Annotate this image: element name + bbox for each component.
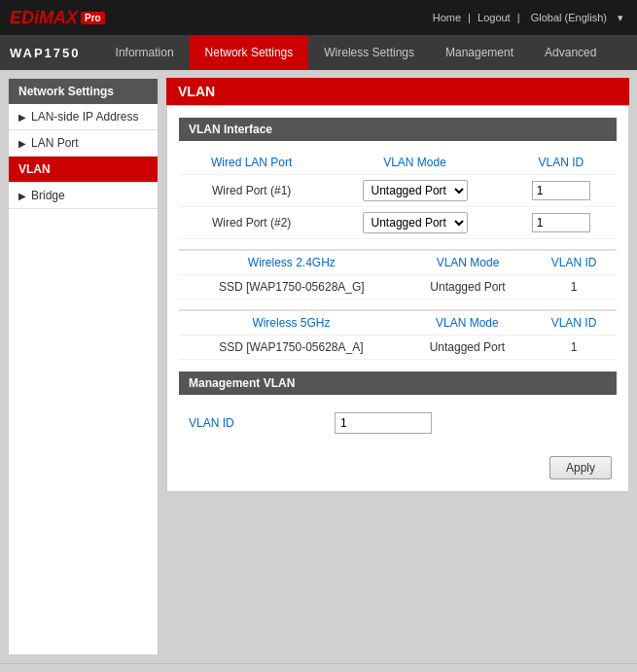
- table-row: SSD [WAP1750-05628A_G] Untagged Port 1: [179, 275, 617, 300]
- arrow-icon: ▶: [18, 191, 26, 201]
- table-row: SSD [WAP1750-05628A_A] Untagged Port 1: [179, 336, 617, 360]
- port-label: SSD [WAP1750-05628A_A]: [179, 336, 404, 360]
- port-label: SSD [WAP1750-05628A_G]: [179, 275, 405, 300]
- sidebar-item-label-lan-ip: LAN-side IP Address: [31, 110, 139, 124]
- nav-item-network-settings[interactable]: Network Settings: [190, 35, 309, 70]
- footer: Copyright 2014 © EDIMAX Technology Co., …: [0, 663, 637, 672]
- language-selector[interactable]: Global (English): [531, 12, 607, 23]
- vlan-mode-cell: Untagged Port Tagged Port: [324, 207, 505, 239]
- vlan-id-cell: 1: [531, 336, 617, 360]
- nav-item-wireless-settings[interactable]: Wireless Settings: [308, 35, 430, 70]
- wired-vlan-table: Wired LAN Port VLAN Mode VLAN ID Wired P…: [179, 151, 617, 239]
- wireless5-port-col-header: Wireless 5GHz: [179, 310, 404, 336]
- apply-button[interactable]: Apply: [549, 456, 612, 479]
- vlan-interface-title: VLAN Interface: [179, 118, 617, 141]
- arrow-icon: ▶: [18, 112, 26, 123]
- table-row: Wired Port (#1) Untagged Port Tagged Por…: [179, 175, 617, 207]
- language-dropdown-icon[interactable]: ▾: [618, 12, 623, 23]
- port-label: Wired Port (#1): [179, 175, 324, 207]
- nav-item-advanced[interactable]: Advanced: [529, 35, 612, 70]
- wired-mode-col-header: VLAN Mode: [324, 151, 505, 175]
- home-link[interactable]: Home: [433, 12, 461, 23]
- vlan-id-cell: [506, 175, 617, 207]
- management-vlan-id-label: VLAN ID: [189, 416, 335, 430]
- wired-id-col-header: VLAN ID: [506, 151, 617, 175]
- management-vlan-id-input[interactable]: [335, 412, 432, 434]
- arrow-icon: ▶: [18, 138, 26, 149]
- sidebar-item-bridge[interactable]: ▶ Bridge: [9, 183, 158, 209]
- wired-port2-mode-select[interactable]: Untagged Port Tagged Port: [363, 212, 468, 233]
- table-row: Wired Port (#2) Untagged Port Tagged Por…: [179, 207, 617, 239]
- management-vlan-row: VLAN ID: [179, 405, 617, 442]
- main-panel: VLAN VLAN Interface Wired LAN Port VLAN …: [166, 78, 629, 655]
- top-navigation: Home | Logout | Global (English) ▾: [433, 12, 627, 24]
- sidebar-item-lan-ip[interactable]: ▶ LAN-side IP Address: [9, 104, 158, 130]
- wireless-24-vlan-table: Wireless 2.4GHz VLAN Mode VLAN ID SSD [W…: [179, 249, 617, 300]
- sidebar-item-lan-port[interactable]: ▶ LAN Port: [9, 130, 158, 157]
- panel-header: VLAN: [166, 78, 629, 105]
- vlan-mode-cell: Untagged Port: [405, 275, 532, 300]
- top-header: EDiMAX Pro Home | Logout | Global (Engli…: [0, 0, 637, 35]
- wireless-5-vlan-table: Wireless 5GHz VLAN Mode VLAN ID SSD [WAP…: [179, 309, 617, 360]
- logo: EDiMAX Pro: [10, 8, 105, 28]
- logout-link[interactable]: Logout: [478, 12, 511, 23]
- sidebar-item-label-vlan: VLAN: [18, 162, 51, 176]
- wireless24-id-col-header: VLAN ID: [531, 250, 617, 275]
- panel-body: VLAN Interface Wired LAN Port VLAN Mode …: [166, 105, 629, 492]
- vlan-id-cell: 1: [531, 275, 617, 300]
- wireless24-mode-col-header: VLAN Mode: [405, 250, 532, 275]
- nav-item-information[interactable]: Information: [100, 35, 190, 70]
- management-vlan-title: Management VLAN: [179, 371, 617, 395]
- main-navigation: Information Network Settings Wireless Se…: [100, 35, 613, 70]
- management-vlan-section: Management VLAN VLAN ID: [179, 371, 617, 442]
- nav-item-management[interactable]: Management: [430, 35, 529, 70]
- device-name: WAP1750: [10, 46, 81, 60]
- edimax-logo-text: EDiMAX: [10, 8, 78, 28]
- sidebar-item-vlan[interactable]: VLAN: [9, 157, 158, 183]
- sidebar-item-label-lan-port: LAN Port: [31, 136, 79, 150]
- wireless5-id-col-header: VLAN ID: [531, 310, 617, 336]
- port-label: Wired Port (#2): [179, 207, 324, 239]
- sidebar-title: Network Settings: [9, 79, 158, 104]
- wired-port1-vlan-id-input[interactable]: [532, 181, 590, 200]
- wired-port-col-header: Wired LAN Port: [179, 151, 324, 175]
- sidebar-item-label-bridge: Bridge: [31, 189, 65, 202]
- vlan-id-cell: [506, 207, 617, 239]
- sidebar: Network Settings ▶ LAN-side IP Address ▶…: [8, 78, 159, 655]
- wired-port2-vlan-id-input[interactable]: [532, 213, 590, 232]
- wireless24-port-col-header: Wireless 2.4GHz: [179, 250, 405, 275]
- apply-row: Apply: [179, 456, 617, 479]
- wireless5-mode-col-header: VLAN Mode: [404, 310, 531, 336]
- content-wrapper: Network Settings ▶ LAN-side IP Address ▶…: [0, 70, 637, 663]
- vlan-mode-cell: Untagged Port: [404, 336, 531, 360]
- pro-badge: Pro: [81, 12, 105, 24]
- device-bar: WAP1750 Information Network Settings Wir…: [0, 35, 637, 70]
- wired-port1-mode-select[interactable]: Untagged Port Tagged Port: [363, 180, 468, 201]
- vlan-mode-cell: Untagged Port Tagged Port: [324, 175, 505, 207]
